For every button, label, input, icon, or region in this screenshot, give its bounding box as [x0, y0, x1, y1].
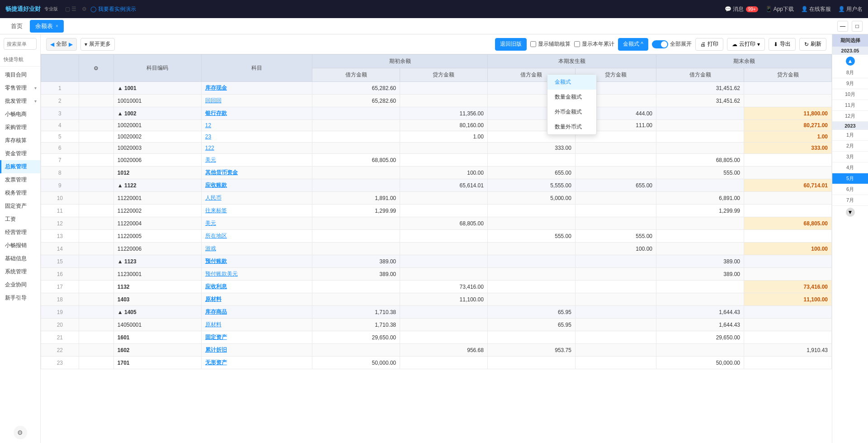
- sidebar-item-operations[interactable]: 经营管理: [0, 226, 40, 239]
- account-code[interactable]: 14050001: [113, 319, 201, 331]
- ytd-checkbox-input[interactable]: [574, 41, 580, 47]
- sidebar-item-ecommerce[interactable]: 小畅电商: [0, 108, 40, 121]
- account-name[interactable]: 往来标签: [201, 205, 312, 217]
- tab-maximize-btn[interactable]: □: [852, 21, 863, 32]
- tab-home[interactable]: 首页: [5, 20, 28, 33]
- account-name[interactable]: 美元: [201, 154, 312, 167]
- show-aux-checkbox[interactable]: 显示辅助核算: [530, 40, 571, 48]
- account-code[interactable]: 10010001: [113, 95, 201, 107]
- account-name[interactable]: 人民币: [201, 192, 312, 205]
- period-8[interactable]: 8月: [832, 67, 868, 78]
- account-name[interactable]: 回回回: [201, 95, 312, 107]
- account-code[interactable]: 1701: [113, 357, 201, 369]
- account-name[interactable]: 122: [201, 143, 312, 154]
- account-name[interactable]: 银行存款: [201, 107, 312, 120]
- account-name[interactable]: 应收账款: [201, 179, 312, 192]
- message-btn[interactable]: 💬 消息 99+: [725, 5, 758, 13]
- period-10[interactable]: 10月: [832, 89, 868, 100]
- period-11[interactable]: 11月: [832, 100, 868, 111]
- period-5[interactable]: 5月: [832, 173, 868, 184]
- account-name[interactable]: 应收利息: [201, 281, 312, 293]
- user-avatar[interactable]: 👤 用户名: [838, 5, 863, 13]
- period-6[interactable]: 6月: [832, 184, 868, 195]
- account-code[interactable]: 11220002: [113, 205, 201, 217]
- sidebar-item-invoice[interactable]: 发票管理: [0, 173, 40, 186]
- sidebar-item-payroll[interactable]: 工资: [0, 213, 40, 226]
- account-code[interactable]: 10020006: [113, 154, 201, 167]
- account-code[interactable]: 10020002: [113, 131, 201, 143]
- account-code[interactable]: 1403: [113, 293, 201, 306]
- period-1[interactable]: 1月: [832, 130, 868, 141]
- account-code[interactable]: 1012: [113, 167, 201, 179]
- sidebar-item-guide[interactable]: 新手引导: [0, 291, 40, 305]
- account-name[interactable]: 库存现金: [201, 82, 312, 95]
- toggle-control[interactable]: [652, 40, 668, 48]
- account-code[interactable]: 11220001: [113, 192, 201, 205]
- account-code[interactable]: ▲ 1405: [113, 306, 201, 319]
- account-code[interactable]: 11220005: [113, 230, 201, 243]
- expand-all-toggle[interactable]: 全部展开: [652, 40, 692, 48]
- sidebar-item-fixed-assets[interactable]: 固定资产: [0, 200, 40, 213]
- sidebar-item-purchase[interactable]: 采购管理: [0, 121, 40, 134]
- tab-balance[interactable]: 余额表 ×: [30, 20, 64, 33]
- dropdown-item-amount[interactable]: 金额式: [547, 75, 596, 90]
- account-name[interactable]: 原材料: [201, 293, 312, 306]
- back-old-btn[interactable]: 退回旧版: [495, 38, 527, 51]
- aux-checkbox-input[interactable]: [530, 41, 536, 47]
- sidebar-item-system[interactable]: 系统管理: [0, 265, 40, 278]
- tab-minimize-btn[interactable]: —: [837, 21, 848, 32]
- period-7[interactable]: 7月: [832, 195, 868, 206]
- account-name[interactable]: 预付账款美元: [201, 268, 312, 281]
- account-code[interactable]: 11220006: [113, 243, 201, 255]
- dropdown-item-fx-amount[interactable]: 外币金额式: [547, 105, 596, 119]
- account-name[interactable]: 其他货币资金: [201, 167, 312, 179]
- search-input[interactable]: [4, 38, 37, 50]
- sidebar-item-retail[interactable]: 零售管理 ▾: [0, 81, 40, 95]
- period-down-btn[interactable]: ▼: [846, 208, 855, 217]
- tab-close-btn[interactable]: ×: [56, 24, 58, 29]
- sidebar-gear-icon[interactable]: ⚙: [14, 426, 27, 439]
- period-2[interactable]: 2月: [832, 141, 868, 152]
- show-ytd-checkbox[interactable]: 显示本年累计: [574, 40, 614, 48]
- dropdown-item-qty-amount[interactable]: 数量金额式: [547, 90, 596, 105]
- sidebar-item-expense[interactable]: 小畅报销: [0, 239, 40, 252]
- expand-more-btn[interactable]: ▾ 展开更多: [80, 38, 115, 51]
- demo-link[interactable]: ◯ 我要看实例演示: [90, 5, 136, 13]
- cloud-print-btn[interactable]: ☁ 云打印 ▾: [727, 38, 765, 51]
- account-code[interactable]: 11230001: [113, 268, 201, 281]
- account-code[interactable]: ▲ 1002: [113, 107, 201, 120]
- period-3[interactable]: 3月: [832, 152, 868, 162]
- account-name[interactable]: 累计折旧: [201, 344, 312, 357]
- account-code[interactable]: 10020001: [113, 120, 201, 131]
- account-name[interactable]: 所在地区: [201, 230, 312, 243]
- period-9[interactable]: 9月: [832, 78, 868, 89]
- format-btn[interactable]: 金额式 ^: [618, 38, 648, 51]
- sidebar-item-tax[interactable]: 税务管理: [0, 186, 40, 200]
- period-12[interactable]: 12月: [832, 111, 868, 122]
- export-btn[interactable]: ⬇ 导出: [769, 38, 796, 51]
- account-name[interactable]: 库存商品: [201, 306, 312, 319]
- sidebar-item-project[interactable]: 项目合同: [0, 68, 40, 81]
- sidebar-item-basic-info[interactable]: 基础信息: [0, 252, 40, 265]
- all-filter-btn[interactable]: ◀ 全部 ▶: [46, 38, 77, 51]
- refresh-btn[interactable]: ↻ 刷新: [799, 38, 826, 51]
- sidebar-item-collab[interactable]: 企业协同: [0, 278, 40, 291]
- account-code[interactable]: 11220004: [113, 217, 201, 230]
- print-btn[interactable]: 🖨 打印: [695, 38, 723, 51]
- account-code[interactable]: ▲ 1123: [113, 255, 201, 268]
- account-name[interactable]: 23: [201, 131, 312, 143]
- account-name[interactable]: 固定资产: [201, 331, 312, 344]
- period-4[interactable]: 4月: [832, 162, 868, 173]
- account-code[interactable]: 1601: [113, 331, 201, 344]
- account-code[interactable]: 1132: [113, 281, 201, 293]
- sidebar-item-ledger[interactable]: 总账管理: [0, 160, 40, 173]
- account-name[interactable]: 美元: [201, 217, 312, 230]
- sidebar-item-inventory[interactable]: 库存核算: [0, 134, 40, 147]
- settings-icon[interactable]: ⚙: [82, 6, 87, 12]
- account-code[interactable]: ▲ 1001: [113, 82, 201, 95]
- app-download-btn[interactable]: 📱 App下载: [765, 5, 794, 13]
- account-code[interactable]: ▲ 1122: [113, 179, 201, 192]
- period-up-btn[interactable]: ▲: [846, 57, 855, 66]
- account-code[interactable]: 1602: [113, 344, 201, 357]
- account-name[interactable]: 12: [201, 120, 312, 131]
